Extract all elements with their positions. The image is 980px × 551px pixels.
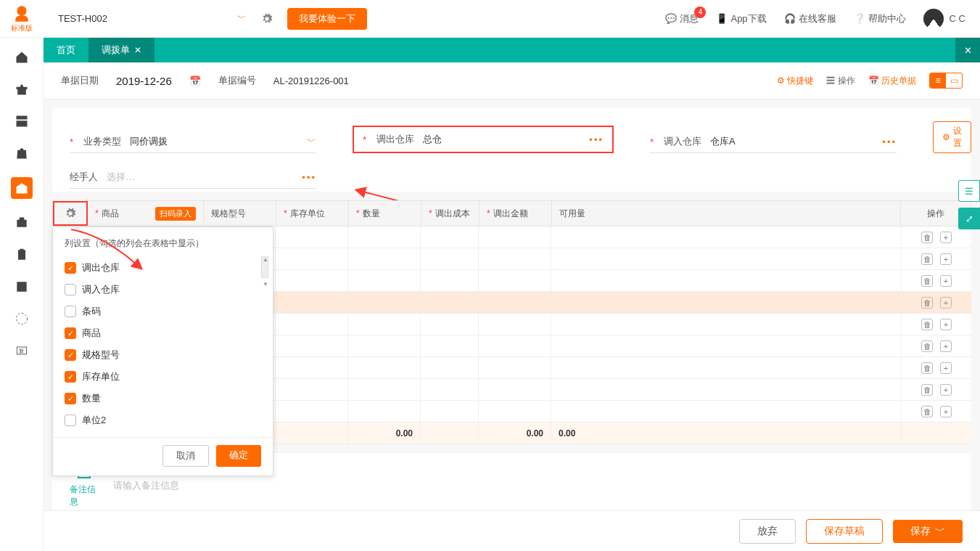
col-spec[interactable]: 规格型号	[204, 201, 276, 226]
side-in-icon[interactable]	[14, 113, 30, 129]
column-option[interactable]: ✓数量	[65, 388, 261, 409]
nav-help-label: 帮助中心	[868, 12, 906, 25]
delete-row-icon[interactable]: 🗑	[921, 297, 933, 309]
column-settings-gear-icon[interactable]	[53, 201, 88, 226]
delete-row-icon[interactable]: 🗑	[921, 340, 933, 352]
field-out-warehouse[interactable]: *调出仓库 总仓 •••	[353, 126, 614, 153]
calendar-icon[interactable]: 📅	[189, 75, 201, 86]
col-qty[interactable]: *数量	[349, 201, 421, 226]
chevron-down-icon[interactable]: ﹀	[307, 135, 316, 148]
form-settings-button[interactable]: ⚙ 设置	[933, 121, 971, 153]
column-option[interactable]: ✓库存单位	[65, 366, 261, 388]
more-icon[interactable]: •••	[589, 134, 604, 145]
save-button[interactable]: 保存 ﹀	[893, 520, 963, 543]
add-row-icon[interactable]: +	[940, 232, 952, 243]
column-option[interactable]: 条码	[65, 301, 261, 322]
side-gift-icon[interactable]	[14, 81, 30, 97]
discard-button[interactable]: 放弃	[739, 519, 796, 544]
tab-home[interactable]: 首页	[44, 38, 88, 62]
col-cost[interactable]: *调出成本	[421, 201, 479, 226]
column-option[interactable]: ✓调出仓库	[65, 257, 261, 279]
checkbox-icon[interactable]: ✓	[65, 393, 76, 404]
delete-row-icon[interactable]: 🗑	[921, 362, 933, 374]
checkbox-icon[interactable]: ✓	[65, 371, 76, 383]
column-option[interactable]: ✓商品	[65, 322, 261, 344]
column-option[interactable]: ✓规格型号	[65, 344, 261, 366]
row-ops: 🗑+	[902, 335, 971, 356]
col-unit[interactable]: *库存单位	[276, 201, 349, 226]
list-view-icon[interactable]: ≡	[930, 73, 946, 88]
side-user-icon[interactable]	[14, 279, 30, 295]
col-goods[interactable]: *商品扫码录入	[88, 201, 204, 226]
delete-row-icon[interactable]: 🗑	[921, 232, 933, 243]
col-avail[interactable]: 可用量	[552, 201, 901, 226]
column-option[interactable]: 单位2	[65, 409, 261, 431]
delete-row-icon[interactable]: 🗑	[921, 384, 933, 396]
view-toggle[interactable]: ≡ ▭	[929, 73, 963, 89]
nav-help[interactable]: ❔ 帮助中心	[854, 12, 906, 25]
tab-transfer-label: 调拨单	[102, 44, 130, 57]
side-home-icon[interactable]	[14, 49, 30, 65]
scrollbar[interactable]	[261, 256, 268, 278]
nav-service[interactable]: 🎧 在线客服	[784, 12, 836, 25]
nav-app[interactable]: 📱 App下载	[716, 12, 766, 25]
column-option-label: 库存单位	[82, 370, 120, 383]
field-handler[interactable]: 经手人 选择… •••	[70, 171, 316, 189]
add-row-icon[interactable]: +	[940, 384, 952, 396]
delete-row-icon[interactable]: 🗑	[921, 406, 933, 417]
save-draft-button[interactable]: 保存草稿	[806, 519, 883, 544]
col-amt[interactable]: *调出金额	[479, 201, 552, 226]
more-icon[interactable]: •••	[302, 172, 316, 183]
remark-input[interactable]: 请输入备注信息	[113, 479, 954, 492]
checkbox-icon[interactable]: ✓	[65, 349, 76, 361]
close-icon[interactable]: ✕	[134, 45, 141, 55]
delete-row-icon[interactable]: 🗑	[921, 319, 933, 330]
nav-user[interactable]: C C	[923, 9, 965, 29]
date-value[interactable]: 2019-12-26	[116, 75, 172, 87]
side-money-icon[interactable]	[14, 215, 30, 231]
close-all-icon[interactable]: ✕	[955, 38, 980, 62]
trial-button[interactable]: 我要体验一下	[287, 8, 367, 30]
rail-expand-icon[interactable]: ⤢	[958, 208, 980, 229]
operate-link[interactable]: ☰ 操作	[826, 75, 855, 87]
more-icon[interactable]: •••	[882, 136, 897, 147]
remark-label: 备注信息	[70, 483, 99, 508]
checkbox-icon[interactable]	[65, 306, 76, 317]
handler-placeholder: 选择…	[107, 171, 135, 184]
add-row-icon[interactable]: +	[940, 319, 952, 330]
checkbox-icon[interactable]	[65, 415, 76, 426]
out-value: 总仓	[423, 133, 442, 146]
column-option[interactable]: 调入仓库	[65, 279, 261, 301]
checkbox-icon[interactable]: ✓	[65, 327, 76, 339]
checkbox-icon[interactable]: ✓	[65, 262, 76, 274]
delete-row-icon[interactable]: 🗑	[921, 275, 933, 287]
delete-row-icon[interactable]: 🗑	[921, 253, 933, 265]
logo[interactable]: 标准版	[0, 4, 44, 33]
history-link[interactable]: 📅 历史单据	[868, 75, 916, 87]
add-row-icon[interactable]: +	[940, 340, 952, 352]
popover-ok-button[interactable]: 确定	[216, 445, 261, 467]
nav-messages[interactable]: 💬 消息 4	[665, 12, 699, 25]
card-view-icon[interactable]: ▭	[946, 73, 962, 88]
tab-transfer[interactable]: 调拨单 ✕	[88, 38, 155, 62]
popover-cancel-button[interactable]: 取消	[162, 445, 209, 467]
side-dash-icon[interactable]	[14, 311, 30, 327]
shortcut-link[interactable]: ⚙ 快捷键	[777, 75, 813, 87]
add-row-icon[interactable]: +	[940, 297, 952, 309]
add-row-icon[interactable]: +	[940, 362, 952, 374]
add-row-icon[interactable]: +	[940, 253, 952, 265]
field-biz-type[interactable]: *业务类型 同价调拨 ﹀	[70, 135, 316, 153]
add-row-icon[interactable]: +	[940, 275, 952, 287]
side-warehouse-icon[interactable]	[11, 177, 33, 199]
scan-pill[interactable]: 扫码录入	[155, 207, 196, 221]
add-row-icon[interactable]: +	[940, 406, 952, 417]
field-in-warehouse[interactable]: *调入仓库 仓库A •••	[650, 135, 897, 153]
side-new-icon[interactable]: 新	[14, 343, 30, 359]
rail-notes-icon[interactable]: ☰	[958, 180, 980, 202]
checkbox-icon[interactable]	[65, 284, 76, 295]
side-bag-icon[interactable]	[14, 145, 30, 161]
org-selector[interactable]: TEST-H002 ﹀	[58, 7, 247, 30]
side-clip-icon[interactable]	[14, 247, 30, 263]
avatar-icon	[923, 9, 944, 29]
org-settings-gear-icon[interactable]	[261, 13, 273, 25]
